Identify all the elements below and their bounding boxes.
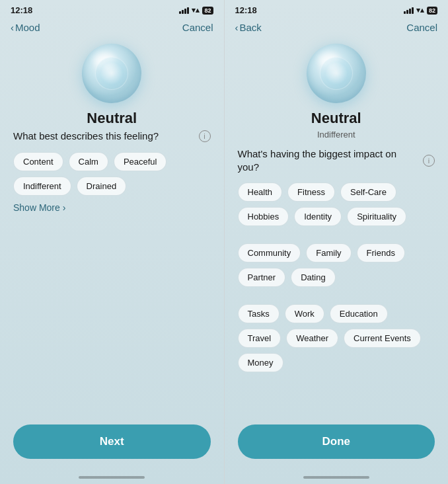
time-2: 12:18 xyxy=(235,5,257,15)
battery-1: 82 xyxy=(202,7,213,15)
tag-work[interactable]: Work xyxy=(285,304,324,323)
orb-inner-2 xyxy=(320,57,353,90)
tag-fitness[interactable]: Fitness xyxy=(287,182,335,202)
mood-name-1: Neutral xyxy=(87,110,137,127)
home-bar-1 xyxy=(79,476,145,479)
home-indicator-2 xyxy=(225,472,449,484)
tag-weather[interactable]: Weather xyxy=(286,329,338,348)
mood-subtitle-2: Indifferent xyxy=(317,130,355,140)
question-text-1: What best describes this feeling? xyxy=(13,130,195,143)
back-label-1: Mood xyxy=(15,22,40,33)
tag-education[interactable]: Education xyxy=(330,304,388,323)
tag-current-events[interactable]: Current Events xyxy=(344,329,421,348)
mood-orb-1 xyxy=(82,44,141,103)
tag-content[interactable]: Content xyxy=(13,152,63,171)
impact-tags: Health Fitness Self-Care Hobbies Identit… xyxy=(238,182,435,372)
status-icons-1: ▾▴ 82 xyxy=(179,6,213,15)
home-indicator-1 xyxy=(0,472,224,484)
tag-tasks[interactable]: Tasks xyxy=(238,304,280,323)
screen1-content: Neutral What best describes this feeling… xyxy=(0,38,224,230)
done-button[interactable]: Done xyxy=(238,424,435,459)
tag-friends[interactable]: Friends xyxy=(357,243,405,262)
nav-bar-1: ‹ Mood Cancel xyxy=(0,18,224,38)
wifi-icon-1: ▾▴ xyxy=(192,6,200,15)
home-bar-2 xyxy=(303,476,369,479)
screen-mood: 12:18 ▾▴ 82 ‹ Mood Cancel Neutral xyxy=(0,0,224,484)
bottom-area-2: Done xyxy=(225,417,449,472)
orb-inner-1 xyxy=(95,57,128,90)
tag-community[interactable]: Community xyxy=(238,243,301,262)
info-icon-2[interactable]: i xyxy=(423,155,435,167)
tag-spirituality[interactable]: Spirituality xyxy=(347,207,406,226)
mood-name-2: Neutral xyxy=(311,110,361,127)
mood-tags: Content Calm Peaceful Indifferent Draine… xyxy=(13,152,211,196)
tag-drained[interactable]: Drained xyxy=(77,177,127,196)
tag-family[interactable]: Family xyxy=(306,243,351,262)
question-row-2: What's having the biggest impact on you?… xyxy=(238,147,435,173)
tag-peaceful[interactable]: Peaceful xyxy=(114,152,167,171)
signal-icon-1 xyxy=(179,7,189,14)
mood-orb-2 xyxy=(307,44,366,103)
nav-bar-2: ‹ Back Cancel xyxy=(225,18,449,38)
status-icons-2: ▾▴ 82 xyxy=(404,6,437,15)
wifi-icon-2: ▾▴ xyxy=(416,6,424,15)
back-chevron-1: ‹ xyxy=(11,22,14,33)
tag-partner[interactable]: Partner xyxy=(238,268,286,287)
back-button-2[interactable]: ‹ Back xyxy=(235,22,262,33)
signal-icon-2 xyxy=(404,7,414,14)
tag-dating[interactable]: Dating xyxy=(291,268,336,287)
info-icon-1[interactable]: i xyxy=(199,130,211,142)
screen2-content: Neutral Indifferent What's having the bi… xyxy=(225,38,449,372)
question-row-1: What best describes this feeling? i xyxy=(13,130,211,143)
time-1: 12:18 xyxy=(11,5,32,15)
tag-identity[interactable]: Identity xyxy=(294,207,342,226)
show-more-chevron: › xyxy=(63,202,66,213)
screen-impact: 12:18 ▾▴ 82 ‹ Back Cancel Neutral Indiff xyxy=(225,0,449,484)
show-more-button[interactable]: Show More › xyxy=(13,202,65,213)
tag-money[interactable]: Money xyxy=(238,353,283,372)
next-button[interactable]: Next xyxy=(13,424,211,459)
cancel-button-2[interactable]: Cancel xyxy=(406,22,437,33)
back-chevron-2: ‹ xyxy=(235,22,239,33)
status-bar-1: 12:18 ▾▴ 82 xyxy=(0,0,224,18)
tag-calm[interactable]: Calm xyxy=(69,152,108,171)
status-bar-2: 12:18 ▾▴ 82 xyxy=(225,0,449,18)
tag-travel[interactable]: Travel xyxy=(238,329,281,348)
back-button-1[interactable]: ‹ Mood xyxy=(11,22,40,33)
tag-self-care[interactable]: Self-Care xyxy=(340,182,396,202)
tag-hobbies[interactable]: Hobbies xyxy=(238,207,289,226)
tag-health[interactable]: Health xyxy=(238,182,283,202)
battery-2: 82 xyxy=(427,7,437,15)
show-more-label: Show More xyxy=(13,202,60,213)
tag-indifferent[interactable]: Indifferent xyxy=(13,177,71,196)
orb-visual-2 xyxy=(307,44,366,103)
back-label-2: Back xyxy=(240,22,262,33)
orb-visual-1 xyxy=(82,44,141,103)
bottom-area-1: Next xyxy=(0,417,224,472)
question-text-2: What's having the biggest impact on you? xyxy=(238,147,420,173)
cancel-button-1[interactable]: Cancel xyxy=(182,22,213,33)
